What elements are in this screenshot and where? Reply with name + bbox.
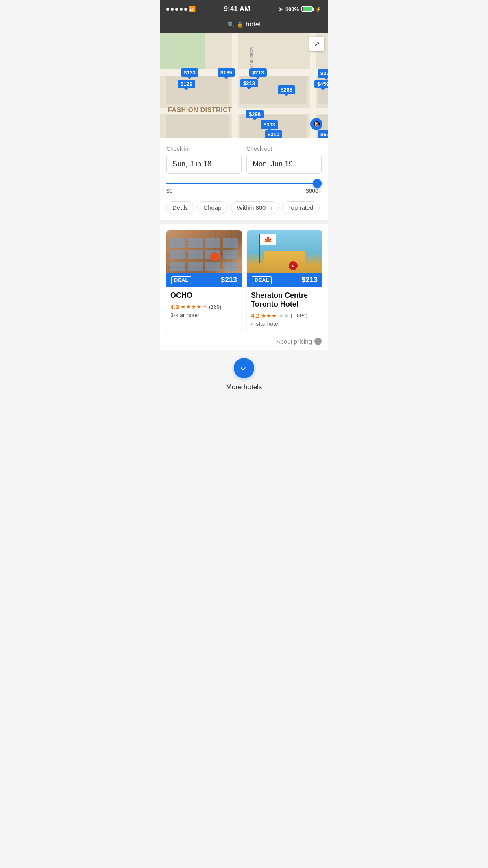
check-in-group: Check in Sun, Jun 18 <box>166 146 242 174</box>
price-slider-container: $0 $600+ <box>166 180 322 196</box>
deal-badge-sheraton: DEAL $213 <box>247 273 322 287</box>
signal-dot <box>175 8 178 11</box>
check-out-input[interactable]: Mon, Jun 19 <box>246 155 322 174</box>
search-bar[interactable]: 🔍 🔒 hotel <box>160 18 328 33</box>
hotel-rating-ocho: 4.3 ★★★★ ½ (169) <box>170 303 238 310</box>
time-display: 9:41 AM <box>224 5 251 13</box>
status-bar: 📶 9:41 AM ➤ 100% ⚡ <box>160 0 328 18</box>
filter-chips: Deals Cheap Within 800 m Top rated Luxur… <box>166 196 322 220</box>
map-price-pin[interactable]: $298 <box>246 110 264 118</box>
hotel-rating-sheraton: 4.2 ★★★ ★★ (1,594) <box>251 312 318 319</box>
price-min: $0 <box>166 188 173 194</box>
canadian-flag: 🍁 <box>260 234 276 245</box>
section-divider <box>160 220 328 224</box>
map-price-pin[interactable]: $133 <box>181 68 198 77</box>
hotel-info-sheraton: Sheraton Centre Toronto Hotel 4.2 ★★★ ★★… <box>247 287 322 332</box>
battery-percent: 100% <box>285 6 299 12</box>
about-pricing-row: About pricing i <box>166 332 322 350</box>
signal-dot <box>171 8 174 11</box>
search-icon: 🔍 <box>227 21 234 28</box>
building-windows <box>170 238 238 271</box>
deal-label-ocho: DEAL <box>171 276 191 284</box>
hotel-image-ocho: DEAL $213 <box>166 230 242 287</box>
map-price-pin[interactable]: $459 <box>314 80 328 88</box>
price-slider-thumb[interactable] <box>313 179 322 188</box>
map-price-pin[interactable]: $185 <box>218 68 235 77</box>
more-hotels-label[interactable]: More hotels <box>226 383 262 391</box>
map-price-pin[interactable]: $310 <box>265 130 282 138</box>
info-icon[interactable]: i <box>314 338 322 345</box>
content-area: Check in Sun, Jun 18 Check out Mon, Jun … <box>160 138 328 350</box>
bottom-section: › More hotels <box>160 350 328 401</box>
rating-number-sheraton: 4.2 <box>251 312 259 319</box>
map-price-pin[interactable]: $375 <box>318 69 328 78</box>
signal-dot <box>166 8 169 11</box>
filter-top-rated[interactable]: Top rated <box>282 201 320 214</box>
map-price-pin[interactable]: $129 <box>178 80 195 88</box>
about-pricing-text[interactable]: About pricing <box>276 338 312 345</box>
map[interactable]: FASHION DISTRICT Spadina Ave $133 $129 $… <box>160 33 328 138</box>
map-district-label: FASHION DISTRICT <box>168 107 232 114</box>
deal-label-sheraton: DEAL <box>252 276 272 284</box>
filter-deals[interactable]: Deals <box>166 201 194 214</box>
map-price-pin[interactable]: $213 <box>240 79 258 87</box>
price-slider-track[interactable] <box>166 183 322 184</box>
map-price-pin[interactable]: $213 <box>249 68 267 77</box>
signal-dot <box>180 8 183 11</box>
hotel-image-sheraton: 🍁 S DEAL $213 <box>247 230 322 287</box>
deal-price-sheraton: $213 <box>301 276 318 284</box>
deal-badge-ocho: DEAL $213 <box>166 273 242 287</box>
half-star-ocho: ½ <box>203 304 207 310</box>
price-labels: $0 $600+ <box>166 188 322 194</box>
deal-price-ocho: $213 <box>221 276 237 284</box>
expand-icon: ⤢ <box>314 40 320 48</box>
map-price-pin[interactable]: $659 <box>318 130 328 138</box>
empty-stars-sheraton: ★★ <box>279 312 289 319</box>
map-price-pin[interactable]: $288 <box>278 85 295 94</box>
battery-info: ➤ 100% ⚡ <box>279 6 322 12</box>
review-count-sheraton: (1,594) <box>291 312 307 318</box>
hotel-card-ocho[interactable]: DEAL $213 OCHO 4.3 ★★★★ ½ (169) 3-star h… <box>166 230 242 332</box>
hotel-name-sheraton: Sheraton Centre Toronto Hotel <box>251 291 318 309</box>
hotel-card-sheraton[interactable]: 🍁 S DEAL $213 Sheraton Centre Toronto Ho… <box>247 230 322 332</box>
battery-icon <box>301 6 313 12</box>
check-out-group: Check out Mon, Jun 19 <box>246 146 322 174</box>
check-out-label: Check out <box>246 146 322 152</box>
filter-within-800m[interactable]: Within 800 m <box>231 201 279 214</box>
search-query[interactable]: hotel <box>246 20 261 28</box>
map-expand-button[interactable]: ⤢ <box>309 37 324 51</box>
hotel-sign <box>210 252 219 261</box>
review-count-ocho: (169) <box>209 304 221 310</box>
rating-number-ocho: 4.3 <box>170 303 179 310</box>
chevron-down-icon: › <box>238 366 250 371</box>
stars-ocho: ★★★★ <box>181 303 202 310</box>
hotels-row: DEAL $213 OCHO 4.3 ★★★★ ½ (169) 3-star h… <box>166 224 322 332</box>
location-icon: ➤ <box>279 6 283 12</box>
hotel-info-ocho: OCHO 4.3 ★★★★ ½ (169) 3-star hotel <box>166 287 242 323</box>
check-in-input[interactable]: Sun, Jun 18 <box>166 155 242 174</box>
map-price-pin[interactable]: $303 <box>261 120 278 129</box>
stars-sheraton: ★★★ <box>261 312 277 319</box>
filter-cheap[interactable]: Cheap <box>197 201 227 214</box>
transit-icon[interactable]: 🚇 <box>310 118 322 130</box>
signal-indicators: 📶 <box>166 6 196 12</box>
sheraton-logo: S <box>289 261 298 270</box>
price-max: $600+ <box>306 188 322 194</box>
wifi-icon: 📶 <box>189 6 196 12</box>
hotel-name-ocho: OCHO <box>170 291 238 300</box>
check-in-label: Check in <box>166 146 242 152</box>
hotel-type-ocho: 3-star hotel <box>170 312 238 318</box>
lock-icon: 🔒 <box>237 22 243 28</box>
hotel-type-sheraton: 4-star hotel <box>251 321 318 327</box>
more-hotels-button[interactable]: › <box>234 358 254 378</box>
signal-dot <box>184 8 187 11</box>
date-row: Check in Sun, Jun 18 Check out Mon, Jun … <box>166 146 322 174</box>
charging-icon: ⚡ <box>315 6 322 12</box>
